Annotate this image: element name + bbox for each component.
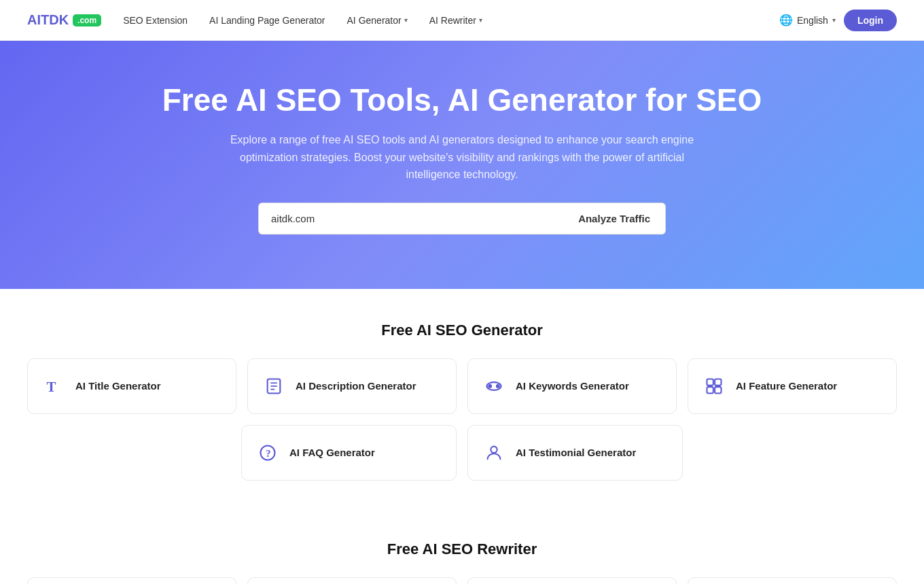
keywords-icon xyxy=(482,374,506,398)
card-label: AI FAQ Generator xyxy=(289,447,375,458)
generator-cards-row1: T AI Title Generator AI Description Gene… xyxy=(27,358,897,414)
svg-rect-9 xyxy=(715,379,721,385)
testimonial-icon xyxy=(482,441,506,465)
logo[interactable]: AITDK .com xyxy=(27,12,101,28)
svg-point-7 xyxy=(497,385,499,388)
card-ai-keywords-generator[interactable]: AI Keywords Generator xyxy=(467,358,677,414)
nav-seo-extension[interactable]: SEO Extension xyxy=(123,15,188,26)
rewriter-section: Free AI SEO Rewriter AI Title Rewriter xyxy=(0,508,924,584)
nav-ai-generator[interactable]: AI Generator ▾ xyxy=(347,15,408,26)
hero-title: Free AI SEO Tools, AI Generator for SEO xyxy=(162,82,762,119)
card-ai-faq-generator[interactable]: ? AI FAQ Generator xyxy=(241,425,457,481)
title-icon: T xyxy=(41,374,66,398)
hero-subtitle: Explore a range of free AI SEO tools and… xyxy=(217,131,707,184)
svg-rect-11 xyxy=(715,387,721,393)
chevron-down-icon: ▾ xyxy=(404,16,408,24)
svg-text:?: ? xyxy=(266,447,271,459)
language-selector[interactable]: 🌐 English ▾ xyxy=(779,14,836,27)
lang-label: English xyxy=(797,15,828,26)
svg-point-14 xyxy=(491,447,497,453)
navbar: AITDK .com SEO Extension AI Landing Page… xyxy=(0,0,924,41)
description-icon xyxy=(262,374,286,398)
card-ai-testimonial-generator[interactable]: AI Testimonial Generator xyxy=(467,425,683,481)
navbar-right: 🌐 English ▾ Login xyxy=(779,10,897,31)
svg-rect-8 xyxy=(707,379,713,385)
globe-icon: 🌐 xyxy=(779,14,793,27)
logo-dot: .com xyxy=(73,14,101,27)
card-label: AI Feature Generator xyxy=(736,380,837,392)
svg-text:T: T xyxy=(47,379,56,395)
card-ai-feature-generator[interactable]: AI Feature Generator xyxy=(688,358,897,414)
card-ai-description-rewriter[interactable]: AI Description Rewriter xyxy=(247,577,457,584)
generator-cards-row2: ? AI FAQ Generator AI Testimonial Genera… xyxy=(241,425,683,481)
login-button[interactable]: Login xyxy=(844,10,897,31)
faq-icon: ? xyxy=(255,441,280,465)
nav-landing-page[interactable]: AI Landing Page Generator xyxy=(209,15,325,26)
chevron-down-icon: ▾ xyxy=(479,16,482,24)
svg-rect-10 xyxy=(707,387,713,393)
navbar-left: AITDK .com SEO Extension AI Landing Page… xyxy=(27,12,482,28)
svg-point-6 xyxy=(488,385,491,388)
card-label: AI Testimonial Generator xyxy=(516,447,636,458)
card-label: AI Keywords Generator xyxy=(516,380,629,392)
feature-icon xyxy=(702,374,726,398)
card-ai-description-generator[interactable]: AI Description Generator xyxy=(247,358,457,414)
rewriter-cards-row1: AI Title Rewriter AI Description Rewrite… xyxy=(27,577,897,584)
card-label: AI Title Generator xyxy=(75,380,161,392)
rewriter-section-title: Free AI SEO Rewriter xyxy=(27,540,897,558)
nav-ai-rewriter[interactable]: AI Rewriter ▾ xyxy=(429,15,482,26)
card-ai-keywords-rewriter[interactable]: AI Keywords Rewriter xyxy=(467,577,677,584)
traffic-search-input[interactable] xyxy=(258,203,563,235)
hero-section: Free AI SEO Tools, AI Generator for SEO … xyxy=(0,41,924,289)
card-ai-feature-rewriter[interactable]: AI Feature Rewriter xyxy=(688,577,897,584)
logo-text: AITDK xyxy=(27,12,69,28)
card-ai-title-generator[interactable]: T AI Title Generator xyxy=(27,358,236,414)
analyze-traffic-button[interactable]: Analyze Traffic xyxy=(563,203,666,235)
hero-search-bar: Analyze Traffic xyxy=(258,203,666,235)
chevron-down-icon: ▾ xyxy=(832,16,836,24)
card-label: AI Description Generator xyxy=(296,380,416,392)
generator-section-title: Free AI SEO Generator xyxy=(27,322,897,339)
generator-section: Free AI SEO Generator T AI Title Generat… xyxy=(0,289,924,508)
card-ai-title-rewriter[interactable]: AI Title Rewriter xyxy=(27,577,236,584)
